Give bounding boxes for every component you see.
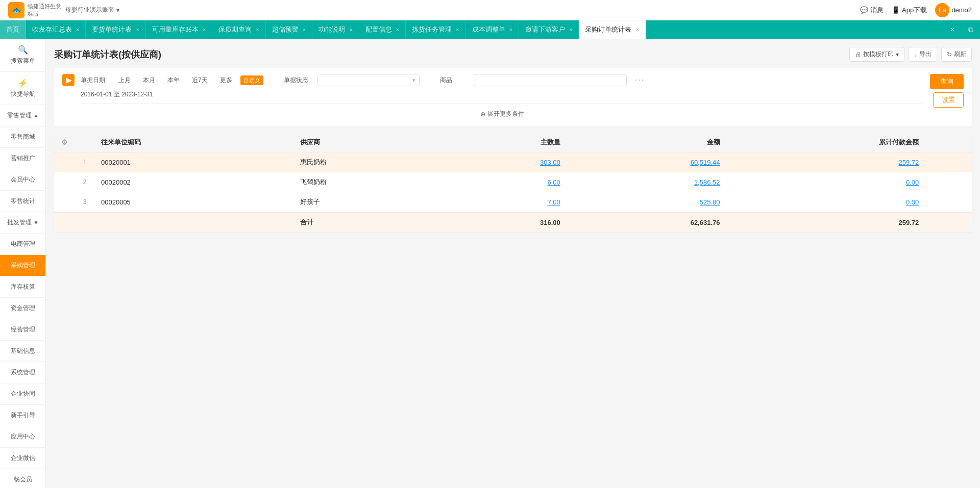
sidebar-item-ecommerce[interactable]: 电商管理 <box>0 234 45 255</box>
tab-1[interactable]: 收发存汇总表 × <box>26 20 86 39</box>
tab-home[interactable]: 首页 <box>0 20 26 39</box>
sidebar-item-system[interactable]: 系统管理 <box>0 362 45 383</box>
sidebar-item-finance[interactable]: 资金管理 <box>0 298 45 319</box>
quick-date-7days[interactable]: 近7天 <box>188 75 212 86</box>
tab-2[interactable]: 要货单统计表 × <box>86 20 145 39</box>
tab-10[interactable]: 邀请下游客户 × <box>519 20 579 39</box>
app-download-btn[interactable]: 📱 App下载 <box>892 6 927 15</box>
footer-settings-cell <box>54 212 75 232</box>
goods-more-btn[interactable]: ··· <box>635 75 645 85</box>
quick-dates: 上月 本月 本年 近7天 更多 自定义 <box>114 75 263 86</box>
close-icon[interactable]: × <box>509 27 512 33</box>
row-paid-amount[interactable]: 0.00 <box>726 192 925 213</box>
sidebar-item-retail[interactable]: 零售管理 ▲ <box>0 105 45 126</box>
row-amount[interactable]: 60,519.44 <box>567 152 726 172</box>
export-button[interactable]: ↓ 导出 <box>909 47 937 62</box>
row-amount[interactable]: 525.80 <box>567 192 726 213</box>
tab-9[interactable]: 成本调整单 × <box>466 20 519 39</box>
refresh-button[interactable]: ↻ 刷新 <box>941 47 972 62</box>
close-icon[interactable]: × <box>136 27 139 33</box>
tab-11[interactable]: 采购订单统计表 × <box>579 20 645 39</box>
status-select[interactable] <box>317 74 420 86</box>
sidebar-item-marketing[interactable]: 营销推广 <box>0 148 45 169</box>
printer-icon: 🖨 <box>855 51 861 58</box>
message-btn[interactable]: 💬 消息 <box>860 6 884 15</box>
sidebar-item-search[interactable]: 🔍 搜索菜单 <box>0 39 45 72</box>
search-icon: 🔍 <box>18 45 28 55</box>
sidebar-item-vip[interactable]: 畅会员 <box>0 469 45 488</box>
workspace-selector[interactable]: 母婴行业演示账套 ▾ <box>65 6 119 14</box>
goods-input[interactable] <box>474 74 627 86</box>
filter-settings-button[interactable]: 设置 <box>933 92 964 108</box>
close-icon[interactable]: × <box>635 27 639 33</box>
row-paid-amount[interactable]: 259.72 <box>726 152 925 172</box>
tab-4[interactable]: 保质期查询 × <box>212 20 265 39</box>
date-label: 单据日期 <box>81 76 106 85</box>
row-quantity[interactable]: 7.00 <box>442 192 567 213</box>
sidebar-item-inventory[interactable]: 库存核算 <box>0 276 45 298</box>
sidebar-item-purchase[interactable]: 采购管理 <box>0 255 45 276</box>
user-menu[interactable]: Ea demo2 <box>935 3 972 17</box>
row-extra <box>925 172 972 192</box>
download-icon: 📱 <box>892 6 900 14</box>
close-icon[interactable]: × <box>303 27 306 33</box>
content-area: 采购订单统计表(按供应商) 🖨 按模板打印 ▾ ↓ 导出 ↻ 刷新 <box>46 39 980 488</box>
sidebar-item-retail-mall[interactable]: 零售商城 <box>0 126 45 148</box>
close-icon[interactable]: × <box>396 27 399 33</box>
tab-6[interactable]: 功能说明 × <box>312 20 359 39</box>
sidebar-item-members[interactable]: 会员中心 <box>0 169 45 191</box>
sidebar-item-quicknav[interactable]: ⚡ 快捷导航 <box>0 72 45 105</box>
close-all-tabs-btn[interactable]: × <box>943 20 962 39</box>
row-supplier-code: 00020001 <box>95 152 294 172</box>
col-rownum-header <box>75 133 95 152</box>
quick-date-this-year[interactable]: 本年 <box>163 75 184 86</box>
close-icon[interactable]: × <box>256 27 259 33</box>
row-settings-cell <box>54 192 75 213</box>
sidebar-item-operations[interactable]: 经营管理 <box>0 319 45 341</box>
close-icon[interactable]: × <box>569 27 572 33</box>
footer-paid: 259.72 <box>726 212 925 232</box>
col-quantity-header: 主数量 <box>442 133 567 152</box>
expand-more-btn[interactable]: ⊕ 展开更多条件 <box>478 108 526 120</box>
close-icon[interactable]: × <box>203 27 206 33</box>
quick-date-this-month[interactable]: 本月 <box>139 75 159 86</box>
top-bar-left: 🐟 畅捷通好生意 标版 母婴行业演示账套 ▾ <box>8 2 119 18</box>
tab-3[interactable]: 可用量库存账本 × <box>146 20 212 39</box>
sidebar-item-basic[interactable]: 基础信息 <box>0 341 45 362</box>
row-amount[interactable]: 1,586.52 <box>567 172 726 192</box>
sidebar-item-wholesale[interactable]: 批发管理 ▼ <box>0 212 45 234</box>
footer-code-cell <box>95 212 294 232</box>
col-supplier-code-header: 往来单位编码 <box>95 133 294 152</box>
table-header-row: ⚙ 往来单位编码 供应商 主数量 金额 累计付款金额 <box>54 133 972 152</box>
tab-7[interactable]: 配置信息 × <box>359 20 406 39</box>
filter-date-row: 单据日期 上月 本月 本年 近7天 更多 自定义 单据状态 ▾ <box>81 74 924 86</box>
restore-btn[interactable]: ⧉ <box>962 20 980 39</box>
sidebar-item-retail-stats[interactable]: 零售统计 <box>0 191 45 212</box>
col-extra-header <box>925 133 972 152</box>
row-quantity[interactable]: 303.00 <box>442 152 567 172</box>
quick-date-more[interactable]: 更多 <box>216 75 236 86</box>
row-settings-cell <box>54 152 75 172</box>
print-button[interactable]: 🖨 按模板打印 ▾ <box>849 47 904 62</box>
sidebar-item-guide[interactable]: 新手引导 <box>0 405 45 426</box>
row-quantity[interactable]: 6.00 <box>442 172 567 192</box>
tab-8[interactable]: 拣货任务管理 × <box>406 20 465 39</box>
main-layout: 🔍 搜索菜单 ⚡ 快捷导航 零售管理 ▲ 零售商城 营销推广 会员中心 零售统计… <box>0 39 980 488</box>
refresh-icon: ↻ <box>947 51 952 58</box>
close-icon[interactable]: × <box>349 27 352 33</box>
search-button[interactable]: 查询 <box>930 74 964 89</box>
sidebar-item-enterprise[interactable]: 企业协同 <box>0 383 45 405</box>
footer-extra <box>925 212 972 232</box>
filter-toggle-btn[interactable]: ▶ <box>62 74 75 86</box>
sidebar-item-appstore[interactable]: 应用中心 <box>0 426 45 448</box>
row-paid-amount[interactable]: 0.00 <box>726 172 925 192</box>
tab-5[interactable]: 超储预警 × <box>266 20 312 39</box>
close-icon[interactable]: × <box>76 27 79 33</box>
row-supplier-name: 惠氏奶粉 <box>294 152 442 172</box>
close-icon[interactable]: × <box>456 27 459 33</box>
column-settings-icon[interactable]: ⚙ <box>61 138 68 146</box>
sidebar-item-wechat[interactable]: 企业微信 <box>0 448 45 469</box>
col-settings-header: ⚙ <box>54 133 75 152</box>
quick-date-prev-month[interactable]: 上月 <box>114 75 135 86</box>
message-icon: 💬 <box>860 6 868 14</box>
